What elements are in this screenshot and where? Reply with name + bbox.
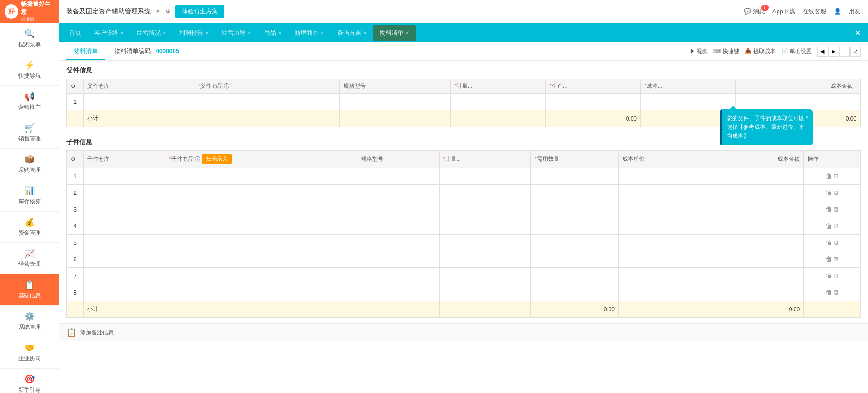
sidebar-item-10[interactable]: 🤝企业协同 — [0, 337, 59, 369]
nav-tab-close-1[interactable]: ✕ — [120, 30, 124, 36]
action-shortcut[interactable]: ⌨ 快捷键 — [713, 48, 739, 55]
child-row-5-warehouse[interactable] — [84, 235, 165, 251]
child-row-6-delete-icon[interactable]: 🗑 — [826, 255, 832, 263]
child-row-4-quantity[interactable] — [530, 218, 618, 235]
parent-row-1-spec[interactable] — [339, 94, 450, 110]
child-row-1-spec[interactable] — [357, 168, 439, 185]
action-video[interactable]: ▶ 视频 — [690, 48, 708, 55]
sidebar-item-8[interactable]: 📋基础信息 — [0, 274, 59, 306]
child-row-6-measure[interactable] — [439, 251, 509, 268]
child-row-4-copy-icon[interactable]: ⧉ — [834, 222, 838, 230]
child-row-5-measure[interactable] — [439, 235, 509, 251]
child-row-2-copy-icon[interactable]: ⧉ — [834, 189, 838, 197]
nav-next-btn[interactable]: ▶ — [828, 47, 838, 57]
child-row-7-measure[interactable] — [439, 268, 509, 284]
try-btn[interactable]: 体验行业方案 — [175, 5, 224, 18]
child-row-2-product[interactable] — [165, 185, 357, 201]
sidebar-item-5[interactable]: 📊库存核算 — [0, 180, 59, 212]
parent-row-1-measure[interactable] — [451, 94, 546, 110]
child-row-3-unit-cost[interactable] — [618, 201, 700, 218]
child-row-7-product[interactable] — [165, 268, 357, 284]
nav-tab-4[interactable]: 经营历程✕ — [215, 25, 258, 41]
sidebar-item-3[interactable]: 🛒销售管理 — [0, 117, 59, 149]
nav-menu-btn[interactable]: ≡ — [839, 47, 850, 57]
nav-expand-btn[interactable]: ⤢ — [850, 47, 861, 57]
parent-row-1-product[interactable] — [194, 94, 339, 110]
child-row-2-measure[interactable] — [439, 185, 509, 201]
child-row-2-quantity[interactable] — [530, 185, 618, 201]
nav-tab-close-6[interactable]: ✕ — [320, 30, 324, 36]
child-row-6-warehouse[interactable] — [84, 251, 165, 268]
nav-tab-close-5[interactable]: ✕ — [278, 30, 282, 36]
nav-tab-8[interactable]: 物料清单✕ — [373, 25, 416, 41]
child-row-8-product[interactable] — [165, 284, 357, 301]
child-row-3-quantity[interactable] — [530, 201, 618, 218]
child-row-1-copy-icon[interactable]: ⧉ — [834, 172, 838, 180]
sidebar-item-11[interactable]: 🎯新手引导 — [0, 369, 59, 393]
child-row-7-quantity[interactable] — [530, 268, 618, 284]
sidebar-item-7[interactable]: 📈经营管理 — [0, 243, 59, 274]
scan-btn[interactable]: 扫码录入 — [202, 154, 232, 164]
nav-tab-2[interactable]: 经营情况✕ — [130, 25, 173, 41]
child-row-3-product[interactable] — [165, 201, 357, 218]
nav-tab-close-7[interactable]: ✕ — [363, 30, 367, 36]
child-row-1-measure[interactable] — [439, 168, 509, 185]
child-row-1-product[interactable] — [165, 168, 357, 185]
child-row-6-spec[interactable] — [357, 251, 439, 268]
child-row-2-spec[interactable] — [357, 185, 439, 201]
sidebar-item-1[interactable]: ⚡快捷导航 — [0, 54, 59, 86]
child-row-6-copy-icon[interactable]: ⧉ — [834, 255, 838, 263]
child-row-1-delete-icon[interactable]: 🗑 — [826, 172, 832, 180]
child-row-5-quantity[interactable] — [530, 235, 618, 251]
parent-row-1-produce[interactable] — [546, 94, 641, 110]
child-row-3-warehouse[interactable] — [84, 201, 165, 218]
nav-tab-close-3[interactable]: ✕ — [205, 30, 209, 36]
parent-th-settings[interactable]: ⚙ — [67, 79, 84, 94]
child-row-5-copy-icon[interactable]: ⧉ — [834, 239, 838, 247]
sidebar-item-0[interactable]: 🔍搜索菜单 — [0, 23, 59, 54]
child-row-7-spec[interactable] — [357, 268, 439, 284]
child-row-4-product[interactable] — [165, 218, 357, 235]
child-row-7-warehouse[interactable] — [84, 268, 165, 284]
child-row-3-copy-icon[interactable]: ⧉ — [834, 206, 838, 213]
action-cost[interactable]: 📥 提取成本 — [745, 48, 775, 55]
nav-tab-7[interactable]: 条码方案✕ — [331, 25, 373, 41]
nav-tab-3[interactable]: 利润报告✕ — [173, 25, 215, 41]
dropdown-arrow-icon[interactable]: ▼ — [155, 8, 161, 15]
child-row-6-quantity[interactable] — [530, 251, 618, 268]
message-badge[interactable]: 💬 6 消息 — [744, 7, 765, 16]
child-row-2-delete-icon[interactable]: 🗑 — [826, 189, 832, 197]
nav-tab-0[interactable]: 首页 — [63, 25, 88, 41]
child-row-4-spec[interactable] — [357, 218, 439, 235]
sub-tab-code[interactable]: 物料清单编码 0000005 — [107, 43, 187, 60]
child-row-4-warehouse[interactable] — [84, 218, 165, 235]
child-row-6-product[interactable] — [165, 251, 357, 268]
child-row-4-measure[interactable] — [439, 218, 509, 235]
child-row-1-quantity[interactable] — [530, 168, 618, 185]
child-row-2-warehouse[interactable] — [84, 185, 165, 201]
child-row-3-measure[interactable] — [439, 201, 509, 218]
child-row-5-unit-cost[interactable] — [618, 235, 700, 251]
child-row-7-copy-icon[interactable]: ⧉ — [834, 272, 838, 280]
child-row-8-measure[interactable] — [439, 284, 509, 301]
nav-tab-5[interactable]: 商品✕ — [258, 25, 288, 41]
child-row-2-unit-cost[interactable] — [618, 185, 700, 201]
child-row-8-warehouse[interactable] — [84, 284, 165, 301]
online-service-link[interactable]: 在线客服 — [802, 7, 826, 16]
sub-tab-wuqing[interactable]: 物料清单 — [66, 43, 105, 60]
child-row-1-warehouse[interactable] — [84, 168, 165, 185]
nav-tab-close-2[interactable]: ✕ — [163, 30, 166, 36]
child-row-8-spec[interactable] — [357, 284, 439, 301]
child-row-7-delete-icon[interactable]: 🗑 — [826, 272, 832, 280]
tooltip-close-btn[interactable]: × — [805, 112, 809, 122]
sidebar-item-2[interactable]: 📢营销推广 — [0, 86, 59, 117]
child-row-5-spec[interactable] — [357, 235, 439, 251]
sidebar-item-6[interactable]: 💰资金管理 — [0, 212, 59, 243]
parent-row-1-cost[interactable] — [641, 94, 736, 110]
parent-row-1-warehouse[interactable] — [84, 94, 194, 110]
child-row-5-product[interactable] — [165, 235, 357, 251]
nav-prev-btn[interactable]: ◀ — [817, 47, 827, 57]
child-row-5-delete-icon[interactable]: 🗑 — [826, 239, 832, 247]
child-row-4-unit-cost[interactable] — [618, 218, 700, 235]
child-row-7-unit-cost[interactable] — [618, 268, 700, 284]
